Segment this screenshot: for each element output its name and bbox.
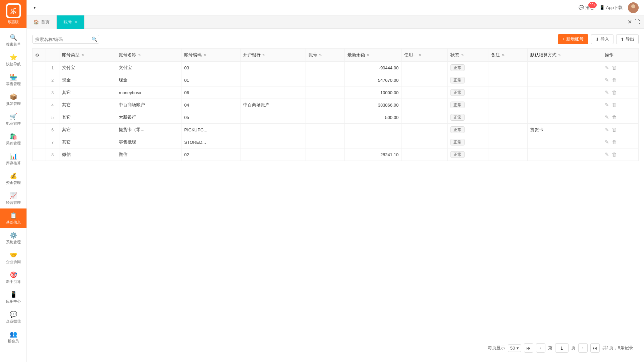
edit-icon-7[interactable]: ✎ <box>605 139 609 145</box>
sidebar-item-wholesale[interactable]: 📦 批发管理 <box>0 90 26 110</box>
svg-text:乐: 乐 <box>10 8 16 15</box>
sidebar-item-retail[interactable]: 🏪 零售管理 <box>0 70 26 90</box>
user-avatar[interactable] <box>628 2 639 13</box>
edit-icon-6[interactable]: ✎ <box>605 127 609 133</box>
row-remark-7 <box>488 136 527 148</box>
row-status-5: 正常 <box>448 111 488 124</box>
row-remark-5 <box>488 111 527 124</box>
sidebar-item-basic-info[interactable]: 📋 基础信息 <box>0 208 26 228</box>
logo-icon: 乐 <box>6 3 21 18</box>
sidebar-item-ecommerce[interactable]: 🛒 电商管理 <box>0 110 26 129</box>
row-usage-1 <box>401 62 448 74</box>
sidebar-item-wechat-biz[interactable]: 💬 企业微信 <box>0 307 26 327</box>
search-icon[interactable]: 🔍 <box>92 37 97 42</box>
col-action: 操作 <box>602 49 639 62</box>
search-wrap[interactable]: 🔍 <box>32 35 99 44</box>
row-status-7: 正常 <box>448 136 488 148</box>
status-badge: 正常 <box>450 151 465 158</box>
col-gear[interactable]: ⚙ <box>33 49 46 62</box>
tab-maximize-icon[interactable]: ⛶ <box>635 19 640 25</box>
row-gear-1 <box>33 62 46 74</box>
import-label: 导入 <box>600 36 609 42</box>
edit-icon-8[interactable]: ✎ <box>605 152 609 158</box>
table-row: 8 微信 微信 02 28241.10 正常 ✎ 🗑 <box>33 148 639 161</box>
row-account-3 <box>306 86 344 99</box>
col-bank[interactable]: 开户银行 ⇅ <box>240 49 306 62</box>
col-status[interactable]: 状态 ⇅ <box>448 49 488 62</box>
sidebar-item-member[interactable]: 👥 畅会员 <box>0 327 26 347</box>
row-usage-4 <box>401 99 448 111</box>
row-remark-1 <box>488 62 527 74</box>
page-suffix: 页 <box>571 345 576 351</box>
search-input[interactable] <box>35 37 92 42</box>
company-dropdown[interactable]: ▾ <box>32 5 36 10</box>
edit-icon-3[interactable]: ✎ <box>605 89 609 96</box>
sidebar-item-app-center[interactable]: 📱 应用中心 <box>0 288 26 307</box>
row-index-4: 4 <box>46 99 59 111</box>
sidebar-item-inventory[interactable]: 📊 库存核算 <box>0 149 26 169</box>
col-balance[interactable]: 最新余额 ⇅ <box>344 49 401 62</box>
delete-icon-4[interactable]: 🗑 <box>612 102 617 108</box>
last-page-button[interactable]: ⏭ <box>590 343 600 353</box>
system-icon: ⚙️ <box>10 232 17 239</box>
per-page-select[interactable]: 50 ▾ <box>508 344 521 352</box>
tab-accounts[interactable]: 账号 ✕ <box>57 15 85 29</box>
tab-accounts-close-icon[interactable]: ✕ <box>74 20 77 24</box>
row-index-2: 2 <box>46 74 59 86</box>
first-page-button[interactable]: ⏮ <box>524 343 533 353</box>
row-type-1: 支付宝 <box>59 62 116 74</box>
message-button[interactable]: 💬 消息 99+ <box>579 5 594 11</box>
row-status-4: 正常 <box>448 99 488 111</box>
edit-icon-2[interactable]: ✎ <box>605 77 609 83</box>
edit-icon-4[interactable]: ✎ <box>605 102 609 108</box>
sidebar-label-search: 搜索菜单 <box>6 42 21 47</box>
row-index-1: 1 <box>46 62 59 74</box>
col-type[interactable]: 账号类型 ⇅ <box>59 49 116 62</box>
header-right: 💬 消息 99+ 📱 App下载 <box>579 2 639 13</box>
delete-icon-2[interactable]: 🗑 <box>612 77 617 83</box>
sidebar-item-purchase[interactable]: 🛍️ 采购管理 <box>0 129 26 149</box>
add-account-button[interactable]: + 新增账号 <box>558 34 588 44</box>
sidebar-item-quick-nav[interactable]: ⭐ 快捷导航 <box>0 50 26 70</box>
col-name[interactable]: 账号名称 ⇅ <box>116 49 181 62</box>
next-page-button[interactable]: › <box>578 343 588 353</box>
sidebar-label-app-center: 应用中心 <box>6 299 21 304</box>
col-remark[interactable]: 备注 ⇅ <box>488 49 527 62</box>
delete-icon-3[interactable]: 🗑 <box>612 89 617 96</box>
toolbar-right: + 新增账号 ⬇ 导入 ⬆ 导出 <box>558 34 639 44</box>
row-name-4: 中百商场账户 <box>116 99 181 111</box>
sidebar-item-operations[interactable]: 📈 经营管理 <box>0 189 26 208</box>
col-usage[interactable]: 使用... ⇅ <box>401 49 448 62</box>
row-usage-7 <box>401 136 448 148</box>
page-input[interactable] <box>555 343 569 353</box>
delete-icon-1[interactable]: 🗑 <box>612 65 617 71</box>
import-button[interactable]: ⬇ 导入 <box>591 34 613 44</box>
basic-info-icon: 📋 <box>10 212 17 219</box>
col-account[interactable]: 账号 ⇅ <box>306 49 344 62</box>
edit-icon-1[interactable]: ✎ <box>605 65 609 71</box>
prev-page-button[interactable]: ‹ <box>536 343 545 353</box>
sidebar-item-system[interactable]: ⚙️ 系统管理 <box>0 228 26 248</box>
row-action-5: ✎ 🗑 <box>602 111 639 124</box>
edit-icon-5[interactable]: ✎ <box>605 114 609 120</box>
top-header: ▾ 💬 消息 99+ 📱 App下载 <box>27 0 644 15</box>
sidebar-item-guide[interactable]: 🎯 新手引导 <box>0 268 26 288</box>
app-download-button[interactable]: 📱 App下载 <box>599 5 623 11</box>
delete-icon-7[interactable]: 🗑 <box>612 139 617 145</box>
delete-icon-5[interactable]: 🗑 <box>612 114 617 120</box>
col-default-settle[interactable]: 默认结算方式 ⇅ <box>527 49 602 62</box>
delete-icon-8[interactable]: 🗑 <box>612 152 617 158</box>
row-balance-4: 383866.00 <box>344 99 401 111</box>
delete-icon-6[interactable]: 🗑 <box>612 127 617 133</box>
sidebar-item-search[interactable]: 🔍 搜索菜单 <box>0 31 26 50</box>
sidebar-item-finance[interactable]: 💰 资金管理 <box>0 169 26 189</box>
col-code[interactable]: 账号编码 ⇅ <box>181 49 240 62</box>
sidebar-item-agreement[interactable]: 🤝 企业协同 <box>0 248 26 268</box>
tab-close-icon[interactable]: ✕ <box>628 19 632 25</box>
export-button[interactable]: ⬆ 导出 <box>616 34 639 44</box>
row-balance-6 <box>344 124 401 136</box>
message-badge: 99+ <box>588 2 597 8</box>
row-remark-2 <box>488 74 527 86</box>
tab-home[interactable]: 🏠 首页 <box>27 15 57 29</box>
row-gear-5 <box>33 111 46 124</box>
